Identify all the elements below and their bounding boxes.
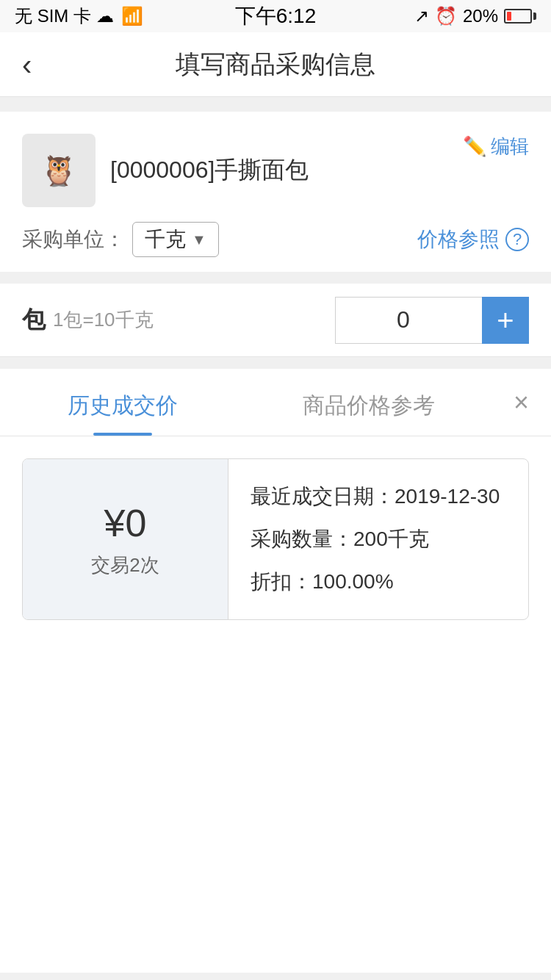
recent-date-value: 2019-12-30: [395, 485, 500, 508]
edit-icon: ✏️: [463, 135, 486, 158]
edit-label: 编辑: [491, 134, 529, 159]
signal-text: 无 SIM 卡 ☁: [15, 4, 114, 28]
tab-history-price[interactable]: 历史成交价: [0, 369, 245, 436]
status-right: ↗ ⏰ 20%: [414, 6, 536, 26]
price-ref-button[interactable]: 价格参照 ?: [417, 226, 529, 253]
discount-label: 折扣：: [251, 570, 312, 593]
tab-content: ¥0 交易2次 最近成交日期：2019-12-30 采购数量：200千克 折扣：…: [0, 458, 551, 973]
unit-badge: 包: [22, 304, 46, 336]
unit-select-row: 采购单位： 千克 ▼: [22, 222, 219, 257]
nav-bar: ‹ 填写商品采购信息: [0, 32, 551, 97]
back-button[interactable]: ‹: [22, 50, 32, 79]
quantity-control: +: [335, 297, 529, 344]
alarm-icon: ⏰: [435, 6, 457, 26]
help-icon: ?: [505, 228, 529, 251]
product-image: 🦉: [22, 134, 96, 207]
quantity-plus-button[interactable]: +: [482, 297, 529, 344]
price-card-right: 最近成交日期：2019-12-30 采购数量：200千克 折扣：100.00%: [228, 459, 528, 619]
price-transactions: 交易2次: [91, 552, 159, 578]
price-value: 0: [126, 502, 147, 544]
page-title: 填写商品采购信息: [176, 48, 375, 82]
purchase-quantity-label: 采购数量：: [251, 527, 353, 550]
status-time: 下午6:12: [235, 2, 317, 30]
product-left: 🦉 [0000006]手撕面包: [22, 134, 309, 207]
tab-product-price-ref-label: 商品价格参考: [303, 393, 435, 417]
currency-symbol: ¥: [104, 502, 126, 544]
quantity-unit-info: 包 1包=10千克: [22, 304, 154, 336]
close-icon: ×: [514, 387, 529, 418]
tabs-section: 历史成交价 商品价格参考 × ¥0 交易2次 最近成交日期：2019-12-30…: [0, 369, 551, 973]
status-left: 无 SIM 卡 ☁ 📶: [15, 4, 143, 28]
tab-close-button[interactable]: ×: [491, 372, 551, 433]
location-icon: ↗: [414, 6, 429, 26]
unit-label: 采购单位：: [22, 226, 125, 253]
edit-button[interactable]: ✏️ 编辑: [463, 134, 529, 159]
price-card: ¥0 交易2次 最近成交日期：2019-12-30 采购数量：200千克 折扣：…: [22, 458, 529, 620]
unit-select-dropdown[interactable]: 千克 ▼: [132, 222, 219, 257]
dropdown-arrow-icon: ▼: [192, 231, 206, 248]
discount-value: 100.00%: [312, 570, 394, 593]
purchase-quantity-row: 采购数量：200千克: [251, 524, 506, 555]
unit-description: 1包=10千克: [53, 307, 154, 333]
product-header: 🦉 [0000006]手撕面包 ✏️ 编辑: [22, 134, 529, 207]
tab-history-price-label: 历史成交价: [68, 393, 178, 417]
battery-percent: 20%: [463, 6, 498, 26]
product-thumbnail-icon: 🦉: [40, 154, 77, 188]
recent-date-label: 最近成交日期：: [251, 485, 395, 508]
price-amount: ¥0: [104, 501, 147, 545]
wifi-icon: 📶: [121, 6, 143, 26]
price-ref-label: 价格参照: [417, 226, 500, 253]
quantity-section: 包 1包=10千克 +: [0, 284, 551, 357]
tabs-header: 历史成交价 商品价格参考 ×: [0, 369, 551, 436]
product-unit-row: 采购单位： 千克 ▼ 价格参照 ?: [22, 222, 529, 257]
status-bar: 无 SIM 卡 ☁ 📶 下午6:12 ↗ ⏰ 20%: [0, 0, 551, 32]
recent-date-row: 最近成交日期：2019-12-30: [251, 481, 506, 512]
section-divider: [0, 272, 551, 284]
battery-icon: [504, 9, 536, 24]
unit-value: 千克: [145, 226, 186, 253]
quantity-input[interactable]: [335, 297, 482, 344]
tab-product-price-ref[interactable]: 商品价格参考: [245, 369, 491, 436]
product-name: [0000006]手撕面包: [110, 154, 309, 187]
product-section: 🦉 [0000006]手撕面包 ✏️ 编辑 采购单位： 千克 ▼ 价格参照 ?: [0, 112, 551, 272]
discount-row: 折扣：100.00%: [251, 566, 506, 597]
purchase-quantity-value: 200千克: [353, 527, 429, 550]
price-card-left: ¥0 交易2次: [23, 459, 228, 619]
